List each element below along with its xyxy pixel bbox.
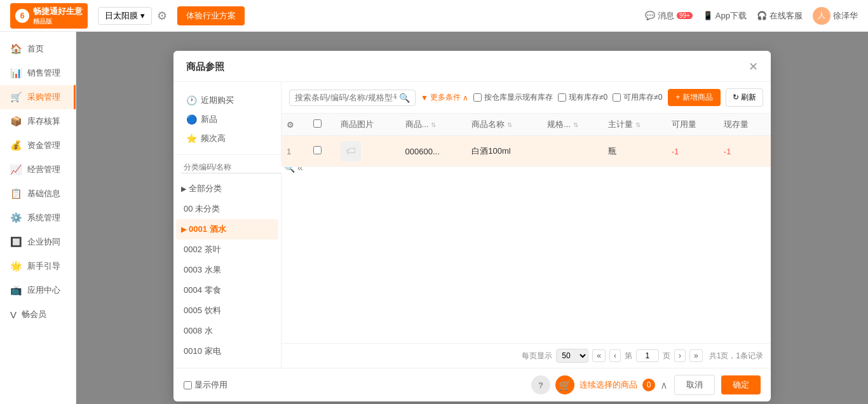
col-image: 商品图片 [336,114,400,136]
col-available: 可用量 [667,114,719,136]
brand-name: 畅捷通好生意 精品版 [33,6,83,26]
tab-frequent[interactable]: ⭐ 频次高 [181,129,273,148]
sidebar-item-label: 首页 [27,43,44,55]
checkbox-label-warehouse: 按仓库显示现有库存 [484,92,553,103]
tab-recent-purchase[interactable]: 🕐 近期购买 [181,91,273,110]
add-product-button[interactable]: + 新增商品 [668,89,720,106]
col-spec[interactable]: 规格... ⇅ [542,114,603,136]
row-available: -1 [667,136,719,167]
store-dropdown[interactable]: 日太阳膜 ▾ [98,7,152,25]
product-table: ⚙ 商品图片 商品... ⇅ 商品名称 ⇅ 规格... ⇅ 主计量 ⇅ 可用量 [281,114,771,167]
sidebar-item-home[interactable]: 🏠 首页 [0,37,76,61]
nav-right: 💬 消息 99+ 📱 App下载 🎧 在线客服 人 徐泽华 [645,7,858,25]
collapse-arrow-icon[interactable]: ∧ [660,379,668,391]
product-search-input[interactable] [295,93,397,102]
refresh-button[interactable]: ↻ 刷新 [726,88,763,107]
row-select-checkbox[interactable] [313,146,322,154]
col-stock: 现存量 [719,114,771,136]
next-page-button[interactable]: › [674,349,686,362]
cat-item-0002[interactable]: 0002 茶叶 [176,239,278,260]
checkbox-input-warehouse[interactable] [473,93,482,102]
sidebar-item-label: 系统管理 [27,212,60,224]
select-all-checkbox[interactable] [313,119,322,128]
sidebar-item-sales[interactable]: 📊 销售管理 [0,61,76,85]
tab-label: 新品 [201,114,217,125]
sidebar-item-operations[interactable]: 📈 经营管理 [0,158,76,182]
col-code[interactable]: 商品... ⇅ [400,114,467,136]
page-number-input[interactable] [636,349,659,362]
last-page-button[interactable]: » [689,349,703,362]
row-num: 1 [281,136,308,167]
purchase-icon: 🛒 [10,91,22,103]
message-button[interactable]: 💬 消息 99+ [645,10,693,22]
confirm-button[interactable]: 确定 [721,375,761,394]
cat-item-00[interactable]: 00 未分类 [176,199,278,219]
sidebar-item-system[interactable]: ⚙️ 系统管理 [0,206,76,230]
sidebar: 🏠 首页 📊 销售管理 🛒 采购管理 📦 库存核算 💰 资金管理 📈 经营管理 … [0,32,76,404]
username-label: 徐泽华 [833,10,858,22]
cart-icon-button[interactable]: 🛒 [555,375,574,394]
checkbox-label-usable-stock: 可用库存≠0 [623,92,662,103]
modal-body: 🕐 近期购买 🔵 新品 ⭐ 频次高 [173,82,771,368]
sidebar-item-finance[interactable]: 💰 资金管理 [0,133,76,158]
cat-item-label: 00 未分类 [184,203,220,215]
recent-tabs: 🕐 近期购买 🔵 新品 ⭐ 频次高 [173,88,281,151]
app-download-button[interactable]: 📱 App下载 [703,10,747,22]
online-service-button[interactable]: 🎧 在线客服 [757,10,803,22]
category-search-input[interactable] [181,161,281,173]
tab-new-products[interactable]: 🔵 新品 [181,110,273,129]
settings-icon[interactable]: ⚙ [157,9,167,23]
search-icon: 🔍 [399,93,410,103]
more-conditions-button[interactable]: ▼ 更多条件 ∧ [421,92,468,103]
cancel-button[interactable]: 取消 [674,375,715,395]
sidebar-item-member[interactable]: V 畅会员 [0,302,76,327]
try-industry-button[interactable]: 体验行业方案 [177,6,245,25]
main-layout: 🏠 首页 📊 销售管理 🛒 采购管理 📦 库存核算 💰 资金管理 📈 经营管理 … [0,32,868,404]
sidebar-item-app-center[interactable]: 📺 应用中心 [0,278,76,302]
cat-item-0010[interactable]: 0010 家电 [176,341,278,361]
cat-item-all[interactable]: ▶ 全部分类 [176,178,278,199]
per-page-select[interactable]: 50 10 20 100 [556,349,588,363]
app-center-icon: 📺 [10,285,22,296]
product-panel: 🔍 ▼ 更多条件 ∧ 按仓库显示现有库存 [281,82,771,368]
brand-text: 畅捷通好生意 [33,6,83,17]
sidebar-item-inventory[interactable]: 📦 库存核算 [0,109,76,133]
checkbox-show-stock-by-warehouse[interactable]: 按仓库显示现有库存 [473,92,553,103]
cat-item-0005[interactable]: 0005 饮料 [176,300,278,321]
checkbox-input-current-stock[interactable] [558,93,566,102]
logo-area[interactable]: 6 畅捷通好生意 精品版 [10,3,88,29]
first-page-button[interactable]: « [592,349,606,362]
col-checkbox[interactable] [308,114,336,136]
checkbox-usable-stock[interactable]: 可用库存≠0 [613,92,662,103]
prev-page-button[interactable]: ‹ [609,349,621,362]
help-icon-wrap[interactable]: ? [531,375,550,394]
col-name[interactable]: 商品名称 ⇅ [466,114,542,136]
col-unit[interactable]: 主计量 ⇅ [603,114,666,136]
message-badge: 99+ [677,12,693,19]
content-area: 商品参照 ✕ 🕐 近期购买 🔵 [76,32,868,404]
arrow-icon: ▶ [181,226,186,234]
checkbox-input-usable-stock[interactable] [613,93,621,102]
per-page-label: 每页显示 [522,351,552,361]
show-disabled-checkbox[interactable] [184,381,192,389]
chevron-down-icon: ▾ [140,11,145,20]
cat-item-0001[interactable]: ▶ 0001 酒水 [176,219,278,239]
cat-item-0008[interactable]: 0008 水 [176,321,278,341]
row-checkbox[interactable] [308,136,336,167]
cat-item-0004[interactable]: 0004 零食 [176,280,278,300]
product-search-wrap: 🔍 [289,90,416,106]
col-settings[interactable]: ⚙ [281,114,308,136]
sidebar-item-purchase[interactable]: 🛒 采购管理 [0,85,76,109]
sidebar-item-collab[interactable]: 🔲 企业协同 [0,230,76,254]
checkbox-available-stock[interactable]: 现有库存≠0 [558,92,607,103]
modal-close-button[interactable]: ✕ [749,60,758,74]
user-avatar[interactable]: 人 徐泽华 [813,7,858,25]
cat-item-label: 0004 零食 [184,285,221,296]
sidebar-item-basic-info[interactable]: 📋 基础信息 [0,182,76,206]
message-label: 消息 [658,10,674,22]
show-disabled-label[interactable]: 显示停用 [184,379,227,391]
system-icon: ⚙️ [10,212,22,224]
table-row[interactable]: 1 🏷 000600... 白酒100ml 瓶 [281,136,771,167]
cat-item-0003[interactable]: 0003 水果 [176,260,278,280]
sidebar-item-guide[interactable]: 🌟 新手引导 [0,254,76,278]
